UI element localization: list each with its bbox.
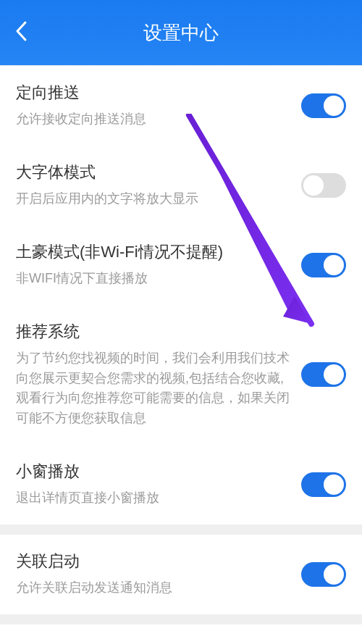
setting-recommend: 推荐系统 为了节约您找视频的时间，我们会利用我们技术向您展示更契合您需求的视频,… <box>0 305 362 446</box>
setting-title: 定向推送 <box>16 82 290 104</box>
divider <box>0 614 362 624</box>
header: 设置中心 <box>0 0 362 65</box>
setting-title: 大字体模式 <box>16 162 290 183</box>
setting-text: 小窗播放 退出详情页直接小窗播放 <box>16 461 301 509</box>
setting-title: 小窗播放 <box>16 461 290 482</box>
setting-desc: 开启后应用内的文字将放大显示 <box>16 189 290 209</box>
setting-title: 关联启动 <box>16 551 290 572</box>
setting-desc: 退出详情页直接小窗播放 <box>16 488 290 509</box>
setting-desc: 允许关联启动发送通知消息 <box>16 578 290 598</box>
toggle-large-font[interactable] <box>301 173 346 198</box>
divider <box>0 524 362 535</box>
setting-desc: 非WIFI情况下直接播放 <box>16 269 290 289</box>
setting-desc: 允许接收定向推送消息 <box>16 109 290 130</box>
back-button[interactable] <box>14 20 28 45</box>
setting-tycoon-mode: 土豪模式(非Wi-Fi情况不提醒) 非WIFI情况下直接播放 <box>0 225 362 305</box>
setting-title: 土豪模式(非Wi-Fi情况不提醒) <box>16 241 290 263</box>
toggle-recommend[interactable] <box>301 362 346 387</box>
setting-text: 土豪模式(非Wi-Fi情况不提醒) 非WIFI情况下直接播放 <box>16 241 301 289</box>
settings-list: 定向推送 允许接收定向推送消息 大字体模式 开启后应用内的文字将放大显示 土豪模… <box>0 66 362 644</box>
setting-text: 推荐系统 为了节约您找视频的时间，我们会利用我们技术向您展示更契合您需求的视频,… <box>16 321 301 430</box>
toggle-assoc-launch[interactable] <box>301 562 346 587</box>
setting-text: 关联启动 允许关联启动发送通知消息 <box>16 551 301 598</box>
toggle-pip[interactable] <box>301 472 346 497</box>
setting-title: 推荐系统 <box>16 321 290 343</box>
setting-pip: 小窗播放 退出详情页直接小窗播放 <box>0 445 362 524</box>
setting-desc: 为了节约您找视频的时间，我们会利用我们技术向您展示更契合您需求的视频,包括结合您… <box>16 348 290 430</box>
setting-assoc-launch: 关联启动 允许关联启动发送通知消息 <box>0 535 362 614</box>
setting-text: 定向推送 允许接收定向推送消息 <box>16 82 301 130</box>
toggle-push[interactable] <box>301 93 346 118</box>
chevron-left-icon <box>14 20 28 42</box>
page-title: 设置中心 <box>143 20 219 46</box>
setting-push: 定向推送 允许接收定向推送消息 <box>0 66 362 146</box>
clear-cache[interactable]: 清除缓存 <box>0 624 362 644</box>
toggle-tycoon-mode[interactable] <box>301 253 346 277</box>
setting-large-font: 大字体模式 开启后应用内的文字将放大显示 <box>0 146 362 225</box>
setting-text: 大字体模式 开启后应用内的文字将放大显示 <box>16 162 301 209</box>
